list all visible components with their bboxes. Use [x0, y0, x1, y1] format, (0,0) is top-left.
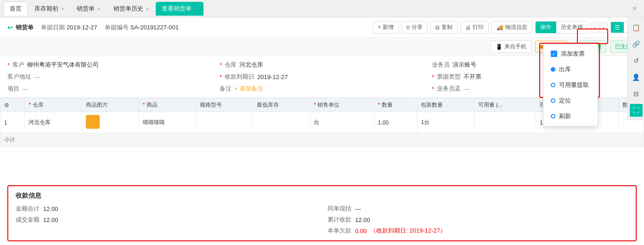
doc-icon: ↩	[7, 24, 13, 31]
ticket-required: *	[432, 74, 434, 80]
cell-pack-qty: 1台	[417, 112, 474, 133]
col-warehouse: * 仓库	[25, 98, 82, 112]
owed-value: 0.00	[355, 228, 367, 234]
customer-label: 客户	[12, 61, 24, 69]
warehouse-value: 河北仓库	[239, 61, 263, 69]
address-field: 客户地址 —	[7, 73, 212, 81]
cumulative-value: 12.00	[355, 217, 370, 223]
transaction-label: 同单现结	[328, 205, 351, 213]
note-field: 备注 + 添加备注	[220, 85, 424, 93]
col-image: 商品图片	[82, 98, 139, 112]
dropdown-menu: ✓ 添加发票 出库 可用量提取 定位 刷新	[543, 44, 598, 126]
logistics-button[interactable]: 🚚 物流信息	[491, 21, 532, 34]
print-button[interactable]: 🖨 打印	[460, 21, 489, 34]
cell-spec	[196, 112, 253, 133]
subtotal-row: 小计	[0, 133, 644, 147]
dropdown-add-invoice[interactable]: ✓ 添加发票	[543, 46, 598, 62]
list-view-btn[interactable]: ☰	[611, 22, 624, 33]
copy-button[interactable]: ⧉ 复制	[430, 21, 458, 34]
from-phone-btn[interactable]: 📱 来自手机	[491, 40, 531, 53]
ticket-label: 票据类型	[437, 73, 461, 81]
next-arrow[interactable]: ›	[599, 23, 608, 33]
radio-unselected-icon	[551, 83, 555, 87]
logistics-icon: 🚚	[497, 24, 503, 31]
transaction-value: —	[355, 205, 361, 212]
ticket-value: 不开票	[463, 73, 481, 81]
tab-sales-close[interactable]: ×	[97, 6, 100, 11]
refresh-label: 刷新	[559, 112, 571, 120]
tab-view-close[interactable]: ×	[194, 6, 197, 11]
share-icon: ⎘	[407, 24, 410, 31]
tab-sales-history[interactable]: 销货单历史 ×	[107, 2, 155, 16]
tab-inventory-init[interactable]: 库存期初 ×	[28, 2, 70, 16]
history-tab[interactable]: 历史单据	[556, 22, 588, 33]
staff-field: 业务员 演示账号	[432, 61, 637, 69]
cell-index: 1	[0, 112, 25, 133]
tab-home[interactable]: 首页	[4, 2, 28, 16]
available-qty-label: 可用量提取	[559, 81, 589, 89]
copy-icon: ⧉	[435, 24, 440, 31]
cumulative-item: 累计收款 12.00	[328, 216, 628, 224]
cell-image	[82, 112, 139, 133]
sidebar-icon-3[interactable]: ↺	[630, 54, 643, 67]
add-note-btn[interactable]: + 添加备注	[234, 85, 263, 93]
view-tab-group: 操作 历史单据	[535, 21, 588, 34]
gear-icon[interactable]: ⚙	[4, 102, 9, 108]
cell-qty: 1.00	[374, 112, 417, 133]
col-min-stock: 最低库存	[253, 98, 310, 112]
col-unit: * 销售单位	[310, 98, 374, 112]
radio-refresh-icon	[551, 114, 555, 119]
project-value: —	[22, 85, 28, 92]
dropdown-available-qty[interactable]: 可用量提取	[543, 77, 598, 93]
sidebar-icon-1[interactable]: 📋	[630, 21, 643, 34]
outbound-label: 出库	[559, 65, 571, 74]
logistics-label: 物流信息	[505, 23, 527, 31]
tab-view-sales[interactable]: 查看销货单 ×	[156, 2, 203, 16]
plus-icon: +	[234, 85, 238, 92]
dropdown-refresh[interactable]: 刷新	[543, 108, 598, 124]
tab-home-label: 首页	[10, 5, 22, 13]
due-date-field: * 收款到期日 2019-12-27	[220, 73, 424, 81]
col-available: 可用量 (...	[474, 98, 536, 112]
tab-inventory-label: 库存期初	[34, 5, 58, 13]
dropdown-outbound[interactable]: 出库	[543, 62, 598, 77]
form-row-1: * 客户 柳州粤港平安气体有限公司 * 仓库 河北仓库 业务员 演示账号	[7, 61, 637, 69]
prev-arrow[interactable]: ‹	[591, 23, 599, 33]
tab-history-label: 销货单历史	[113, 5, 143, 13]
tab-sales-order[interactable]: 销货单 ×	[71, 2, 106, 16]
copy-label: 复制	[441, 23, 452, 31]
sidebar-icon-4[interactable]: 👤	[630, 71, 643, 84]
col-spec: 规格型号	[196, 98, 253, 112]
staff2-value: —	[463, 85, 469, 92]
sidebar-icon-2[interactable]: 🔗	[630, 38, 643, 51]
product-image	[86, 115, 100, 129]
deal-amount-item: 成交金额 12.00	[16, 216, 316, 224]
payment-grid: 金额合计 12.00 同单现结 — 成交金额 12.00 累计收款 12.00 …	[16, 205, 628, 235]
payment-title: 收款信息	[16, 192, 628, 200]
cell-available	[474, 112, 536, 133]
tab-history-close[interactable]: ×	[146, 6, 149, 11]
new-button[interactable]: + 新增	[373, 21, 398, 34]
ticket-type-field: * 票据类型 不开票	[432, 73, 637, 81]
staff2-field: * 业务员孟 —	[432, 85, 637, 93]
window-close-button[interactable]: ×	[629, 3, 640, 15]
staff2-label: 业务员孟	[437, 85, 461, 93]
tab-inventory-close[interactable]: ×	[61, 6, 64, 11]
warehouse-label: 仓库	[225, 61, 237, 69]
staff2-required: *	[432, 85, 434, 92]
phone-icon: 📱	[496, 44, 503, 50]
cell-product: 嘻嘻嘻嘻	[139, 112, 196, 133]
amount-total-value: 12.00	[43, 205, 58, 212]
operation-tab[interactable]: 操作	[536, 22, 556, 33]
sidebar-icon-5[interactable]: ⊟	[630, 87, 643, 100]
share-button[interactable]: ⎘ 分享	[401, 21, 428, 34]
project-label: 项目	[7, 85, 19, 93]
form-row-2: 客户地址 — * 收款到期日 2019-12-27 * 票据类型 不开票	[7, 73, 637, 81]
cell-min-stock	[253, 112, 310, 133]
dropdown-locate[interactable]: 定位	[543, 93, 598, 108]
col-product: * 商品	[139, 98, 196, 112]
cumulative-label: 累计收款	[328, 216, 351, 224]
amount-total-label: 金额合计	[16, 205, 40, 213]
add-invoice-label: 添加发票	[561, 50, 585, 58]
sidebar-icon-6[interactable]: ⛶	[630, 104, 643, 117]
